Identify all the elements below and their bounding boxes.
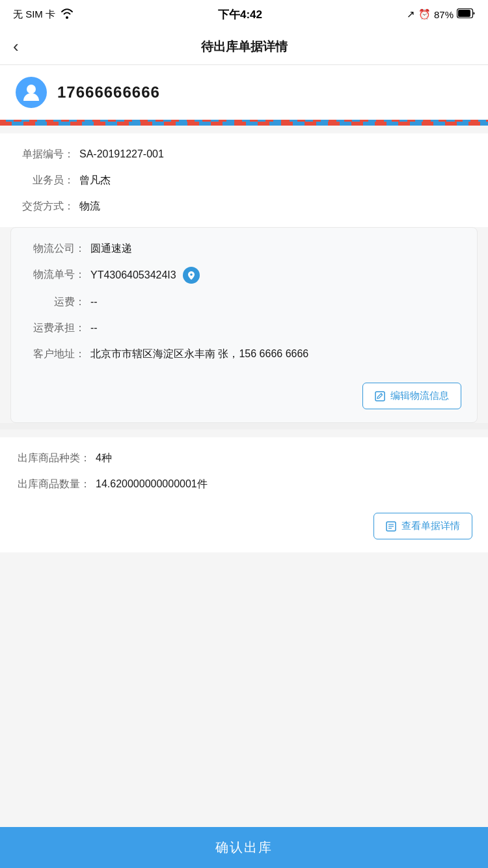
view-detail-button[interactable]: 查看单据详情	[373, 513, 472, 539]
delivery-row: 交货方式： 物流	[16, 198, 472, 214]
back-button[interactable]: ‹	[8, 31, 24, 62]
delivery-label: 交货方式：	[16, 198, 74, 214]
svg-rect-1	[458, 10, 470, 17]
logistics-card: 物流公司： 圆通速递 物流单号： YT43064053424I3	[10, 227, 478, 423]
salesman-value: 曾凡杰	[79, 172, 472, 188]
svg-rect-5	[375, 392, 385, 401]
order-info-section: 单据编号： SA-20191227-001 业务员： 曾凡杰 交货方式： 物流	[0, 133, 488, 227]
address-label: 客户地址：	[27, 346, 85, 362]
customer-header: 17666666666	[0, 65, 488, 122]
location-status-icon: ↗	[407, 8, 415, 20]
freight-row: 运费： --	[27, 294, 461, 310]
logistics-company-value: 圆通速递	[90, 241, 461, 256]
dashed-divider	[0, 122, 488, 126]
battery-text: 87%	[434, 9, 454, 20]
salesman-label: 业务员：	[16, 172, 74, 188]
freight-bear-value: --	[90, 320, 461, 336]
page-title: 待出库单据详情	[201, 38, 288, 55]
freight-label: 运费：	[27, 294, 85, 310]
status-right: ↗ ⏰ 87%	[407, 8, 475, 21]
tracking-location-icon[interactable]	[183, 267, 200, 284]
avatar	[16, 77, 47, 108]
view-detail-label: 查看单据详情	[401, 520, 460, 532]
quantity-value: 14.620000000000001件	[96, 476, 472, 492]
customer-phone: 17666666666	[57, 83, 160, 102]
address-row: 客户地址： 北京市市辖区海淀区永丰南 张，156 6666 6666	[27, 346, 461, 362]
status-bar: 无 SIM 卡 下午4:42 ↗ ⏰ 87%	[0, 0, 488, 29]
svg-point-2	[27, 85, 36, 94]
order-number-row: 单据编号： SA-20191227-001	[16, 146, 472, 162]
wifi-icon	[61, 8, 74, 21]
salesman-row: 业务员： 曾凡杰	[16, 172, 472, 188]
logistics-company-label: 物流公司：	[27, 241, 85, 256]
freight-bear-row: 运费承担： --	[27, 320, 461, 336]
battery-icon	[457, 8, 475, 21]
order-number-label: 单据编号：	[16, 146, 74, 162]
confirm-outbound-label: 确认出库	[215, 840, 273, 854]
tracking-value-wrap: YT43064053424I3	[90, 267, 461, 284]
carrier-text: 无 SIM 卡	[13, 8, 55, 21]
section-separator	[0, 423, 488, 429]
tracking-row: 物流单号： YT43064053424I3	[27, 267, 461, 284]
category-row: 出库商品种类： 4种	[16, 450, 472, 466]
confirm-outbound-button[interactable]: 确认出库	[0, 827, 488, 868]
order-number-value: SA-20191227-001	[79, 146, 472, 162]
quantity-row: 出库商品数量： 14.620000000000001件	[16, 476, 472, 492]
tracking-label: 物流单号：	[27, 267, 85, 282]
address-value: 北京市市辖区海淀区永丰南 张，156 6666 6666	[90, 346, 461, 362]
freight-bear-label: 运费承担：	[27, 320, 85, 336]
category-value: 4种	[96, 450, 472, 466]
tracking-value: YT43064053424I3	[90, 267, 176, 283]
freight-value: --	[90, 294, 461, 310]
outbound-section: 出库商品种类： 4种 出库商品数量： 14.620000000000001件 查…	[0, 437, 488, 552]
category-label: 出库商品种类：	[16, 450, 90, 466]
logistics-company-row: 物流公司： 圆通速递	[27, 241, 461, 256]
edit-logistics-button[interactable]: 编辑物流信息	[362, 383, 461, 409]
quantity-label: 出库商品数量：	[16, 476, 90, 492]
svg-point-4	[190, 273, 193, 276]
status-time: 下午4:42	[218, 7, 262, 22]
delivery-value: 物流	[79, 198, 472, 214]
alarm-icon: ⏰	[418, 8, 431, 20]
status-left: 无 SIM 卡	[13, 8, 74, 21]
bottom-spacer	[0, 552, 488, 670]
nav-bar: ‹ 待出库单据详情	[0, 29, 488, 65]
edit-logistics-label: 编辑物流信息	[390, 390, 449, 402]
